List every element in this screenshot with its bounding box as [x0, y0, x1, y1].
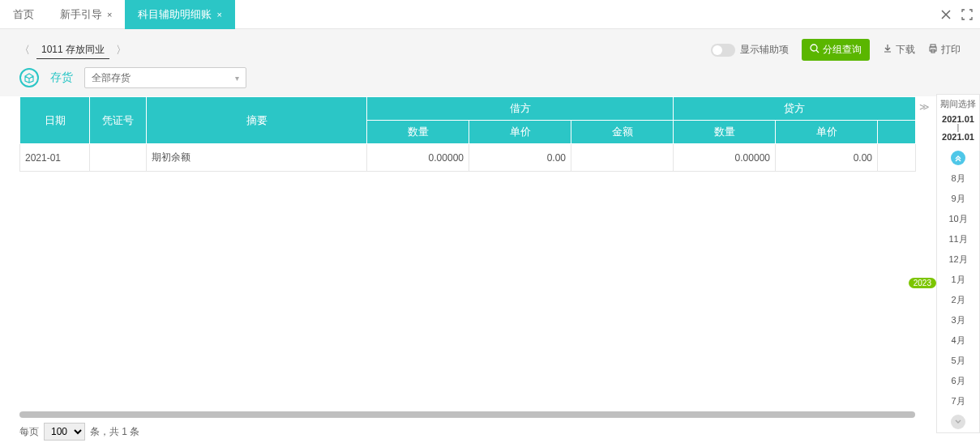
- period-item[interactable]: 1月: [937, 270, 979, 290]
- range-separator-icon: |: [939, 125, 978, 131]
- period-to: 2021.01: [942, 132, 974, 142]
- col-credit-price: 单价: [776, 121, 878, 144]
- show-aux-toggle-wrap: 显示辅助项: [711, 43, 789, 57]
- download-button[interactable]: 下载: [883, 43, 915, 57]
- cell-credit-amount: [878, 144, 916, 172]
- button-label: 分组查询: [823, 43, 862, 57]
- close-icon[interactable]: ×: [216, 10, 221, 19]
- col-credit-amount: [878, 121, 916, 144]
- tab-home[interactable]: 首页: [0, 0, 47, 29]
- period-panel: 期间选择 2021.01 | 2021.01 8月9月10月11月12月1月2月…: [936, 94, 980, 433]
- period-range[interactable]: 2021.01 | 2021.01: [937, 113, 979, 147]
- print-icon: [928, 44, 938, 56]
- close-all-icon[interactable]: [939, 8, 952, 21]
- cell-credit-qty: 0.00000: [674, 144, 776, 172]
- pagination: 每页 100 条，共 1 条: [19, 423, 139, 441]
- horizontal-scrollbar[interactable]: [19, 411, 915, 418]
- cell-voucher: [90, 144, 147, 172]
- cell-debit-price: 0.00: [469, 144, 571, 172]
- per-page-label: 每页: [19, 425, 39, 439]
- show-aux-label: 显示辅助项: [740, 43, 789, 57]
- inventory-select[interactable]: 全部存货 ▾: [84, 67, 246, 88]
- period-item[interactable]: 11月: [937, 229, 979, 249]
- tab-aux-ledger[interactable]: 科目辅助明细账 ×: [125, 0, 234, 29]
- filter-category-label: 存货: [50, 70, 73, 85]
- period-item[interactable]: 2月: [937, 290, 979, 310]
- print-button[interactable]: 打印: [928, 43, 961, 57]
- tab-label: 新手引导: [60, 7, 102, 22]
- cell-debit-amount: [571, 144, 674, 172]
- period-item[interactable]: 10月: [937, 209, 979, 229]
- chevron-left-icon[interactable]: 〈: [19, 43, 30, 57]
- scroll-up-icon[interactable]: [951, 151, 965, 165]
- table-row[interactable]: 2021-01期初余额0.000000.000.000000.00: [20, 144, 916, 172]
- cell-summary: 期初余额: [147, 144, 367, 172]
- tab-bar: 首页 新手引导 × 科目辅助明细账 ×: [0, 0, 980, 29]
- col-debit-qty: 数量: [367, 121, 469, 144]
- scroll-down-icon[interactable]: [951, 415, 965, 429]
- col-credit-qty: 数量: [674, 121, 776, 144]
- download-icon: [883, 44, 892, 56]
- period-item[interactable]: 7月: [937, 391, 979, 411]
- svg-point-0: [811, 45, 817, 51]
- expand-columns-icon[interactable]: ≫: [919, 101, 930, 113]
- col-voucher: 凭证号: [90, 97, 147, 144]
- col-date: 日期: [20, 97, 90, 144]
- filter-row: 存货 全部存货 ▾: [0, 67, 980, 96]
- tab-guide[interactable]: 新手引导 ×: [47, 0, 125, 29]
- search-icon: [810, 44, 820, 56]
- col-summary: 摘要: [147, 97, 367, 144]
- tab-label: 科目辅助明细账: [138, 7, 212, 22]
- period-item[interactable]: 4月: [937, 330, 979, 351]
- col-debit-amount: 金额: [571, 121, 674, 144]
- period-item[interactable]: 9月: [937, 189, 979, 209]
- col-credit: 贷方: [674, 97, 916, 121]
- ledger-table: ≫ 日期 凭证号 摘要 借方 贷方 数量 单价 金额 数量 单价 20: [19, 96, 915, 423]
- chevron-down-icon: ▾: [235, 74, 239, 83]
- period-item[interactable]: 8月: [937, 168, 979, 189]
- col-debit: 借方: [367, 97, 674, 121]
- account-select[interactable]: 1011 存放同业: [36, 41, 109, 59]
- cell-date: 2021-01: [20, 144, 90, 172]
- cell-debit-qty: 0.00000: [367, 144, 469, 172]
- button-label: 下载: [896, 43, 915, 57]
- per-page-select[interactable]: 100: [44, 423, 85, 441]
- show-aux-toggle[interactable]: [711, 44, 735, 57]
- year-badge: 2023: [909, 278, 936, 288]
- inventory-icon: [19, 68, 39, 87]
- chevron-right-icon[interactable]: 〉: [116, 43, 126, 57]
- period-title: 期间选择: [937, 95, 979, 113]
- account-navigator: 〈 1011 存放同业 〉: [19, 41, 126, 59]
- period-item[interactable]: 3月: [937, 310, 979, 330]
- period-item[interactable]: 5月: [937, 351, 979, 371]
- total-count: 条，共 1 条: [90, 425, 139, 439]
- period-item[interactable]: 6月: [937, 371, 979, 391]
- button-label: 打印: [941, 43, 961, 57]
- fullscreen-icon[interactable]: [961, 8, 974, 21]
- close-icon[interactable]: ×: [107, 10, 112, 19]
- select-value: 全部存货: [92, 71, 131, 85]
- group-query-button[interactable]: 分组查询: [802, 39, 870, 61]
- account-label: 1011 存放同业: [41, 44, 105, 55]
- tab-label: 首页: [13, 7, 34, 22]
- col-debit-price: 单价: [469, 121, 571, 144]
- toolbar: 〈 1011 存放同业 〉 显示辅助项 分组查询 下载 打印: [0, 29, 980, 67]
- period-item[interactable]: 12月: [937, 249, 979, 270]
- cell-credit-price: 0.00: [776, 144, 878, 172]
